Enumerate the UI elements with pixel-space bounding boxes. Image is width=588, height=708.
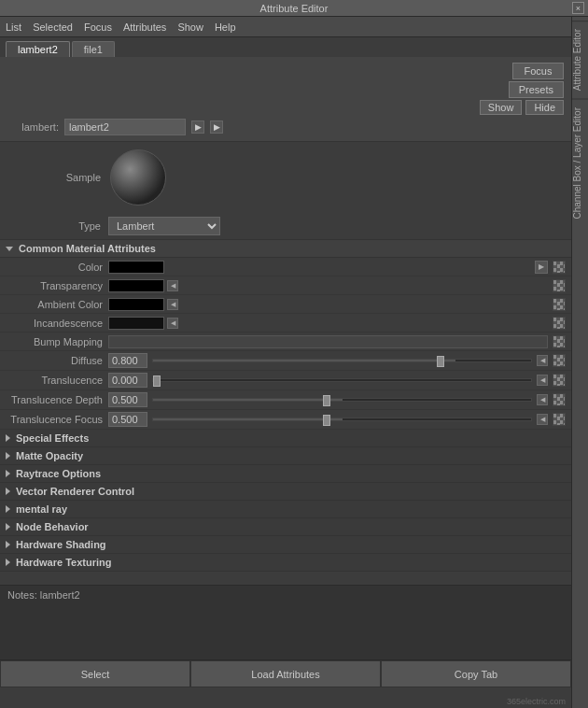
matte-opacity-title: Matte Opacity [16,450,83,461]
attr-value-translucence: ◀ [108,373,566,388]
raytrace-options-section[interactable]: Raytrace Options [0,465,571,483]
color-arrow-btn[interactable]: ▶ [535,261,548,274]
hardware-texturing-triangle [6,559,10,566]
menu-selected[interactable]: Selected [33,21,73,33]
menu-show[interactable]: Show [177,21,203,33]
attr-label-transparency: Transparency [6,280,108,291]
diffuse-end-btn[interactable] [553,354,566,367]
ambient-end-btn[interactable] [553,298,566,311]
translucence-check[interactable]: ◀ [537,375,548,386]
table-row: Bump Mapping [0,333,571,351]
hardware-shading-triangle [6,541,10,548]
trans-focus-slider[interactable] [152,418,532,421]
presets-button[interactable]: Presets [509,81,564,98]
menu-list[interactable]: List [6,21,21,33]
notes-area: Notes: lambert2 [0,585,571,659]
sample-sphere [110,149,166,205]
mental-ray-section[interactable]: mental ray [0,501,571,518]
common-material-section-header[interactable]: Common Material Attributes [0,240,571,258]
table-row: Incandescence ◀ [0,314,571,333]
section-triangle-open [6,247,13,251]
show-button[interactable]: Show [480,100,523,115]
node-behavior-section[interactable]: Node Behavior [0,518,571,536]
translucence-input[interactable] [108,373,147,388]
attr-value-transparency: ◀ [108,279,566,292]
lambert-arrow-right[interactable]: ▶ [210,120,223,134]
special-effects-title: Special Effects [16,432,89,444]
title-bar: Attribute Editor × [0,0,588,17]
sample-row: Sample [0,142,571,213]
bottom-spacer [0,572,571,581]
transparency-end-btn[interactable] [553,279,566,292]
mental-ray-title: mental ray [16,503,67,515]
tab-file1[interactable]: file1 [72,41,115,57]
table-row: Translucence Depth ◀ [0,390,571,410]
side-panel: Attribute Editor Channel Box / Layer Edi… [571,17,588,708]
node-behavior-title: Node Behavior [16,521,89,532]
copy-tab-button[interactable]: Copy Tab [381,660,571,687]
attr-value-trans-focus: ◀ [108,412,566,427]
matte-opacity-triangle [6,452,10,460]
special-effects-section[interactable]: Special Effects [0,430,571,447]
menu-attributes[interactable]: Attributes [123,21,166,33]
node-behavior-triangle [6,523,10,531]
trans-depth-input[interactable] [108,392,147,407]
color-swatch-incandescence[interactable] [108,317,164,330]
transparency-check[interactable]: ◀ [167,280,178,291]
incandescence-end-btn[interactable] [553,317,566,330]
bump-end-btn[interactable] [553,335,566,348]
color-swatch-color[interactable] [108,261,164,274]
attr-value-diffuse: ◀ [108,353,566,368]
lambert-arrow-up[interactable]: ▶ [191,120,204,134]
hide-button[interactable]: Hide [525,100,564,115]
attr-value-bump [108,335,566,348]
translucence-end-btn[interactable] [553,374,566,387]
tab-lambert2[interactable]: lambert2 [6,41,70,57]
trans-depth-slider[interactable] [152,398,532,402]
trans-focus-input[interactable] [108,412,147,427]
attr-label-ambient: Ambient Color [6,299,108,310]
color-swatch-ambient[interactable] [108,298,164,311]
trans-focus-check[interactable]: ◀ [537,414,548,425]
matte-opacity-section[interactable]: Matte Opacity [0,447,571,465]
mental-ray-triangle [6,505,10,513]
raytrace-options-title: Raytrace Options [16,468,101,479]
select-button[interactable]: Select [0,660,190,687]
load-attributes-button[interactable]: Load Attributes [190,660,381,687]
raytrace-options-triangle [6,470,10,477]
title-bar-text: Attribute Editor [260,3,329,14]
common-material-title: Common Material Attributes [19,243,156,254]
trans-focus-thumb[interactable] [323,415,330,426]
diffuse-input[interactable] [108,353,147,368]
color-swatch-transparency[interactable] [108,279,164,292]
ambient-check[interactable]: ◀ [167,299,178,310]
hardware-shading-section[interactable]: Hardware Shading [0,536,571,554]
table-row: Ambient Color ◀ [0,295,571,314]
table-row: Transparency ◀ [0,276,571,295]
menu-focus[interactable]: Focus [84,21,112,33]
trans-focus-end-btn[interactable] [553,413,566,426]
translucence-thumb[interactable] [153,375,161,387]
menu-bar: List Selected Focus Attributes Show Help [0,17,571,37]
trans-depth-thumb[interactable] [323,395,330,406]
focus-button[interactable]: Focus [512,63,564,79]
table-row: Color ▶ [0,258,571,276]
hardware-texturing-section[interactable]: Hardware Texturing [0,554,571,572]
diffuse-thumb[interactable] [437,356,444,367]
hardware-texturing-title: Hardware Texturing [16,557,112,568]
lambert-input[interactable] [64,119,186,135]
attributes-area[interactable]: Common Material Attributes Color ▶ Trans… [0,240,571,585]
diffuse-slider[interactable] [152,359,532,362]
diffuse-check[interactable]: ◀ [537,355,548,366]
notes-label: Notes: lambert2 [7,589,564,601]
translucence-slider[interactable] [152,378,532,382]
type-select[interactable]: Lambert [108,217,220,235]
color-end-btn[interactable] [553,261,566,274]
attr-value-color: ▶ [108,261,566,274]
trans-depth-end-btn[interactable] [553,393,566,406]
vector-renderer-section[interactable]: Vector Renderer Control [0,483,571,501]
incandescence-check[interactable]: ◀ [167,318,178,329]
trans-depth-check[interactable]: ◀ [537,394,548,405]
close-button[interactable]: × [572,2,584,14]
menu-help[interactable]: Help [215,21,236,33]
